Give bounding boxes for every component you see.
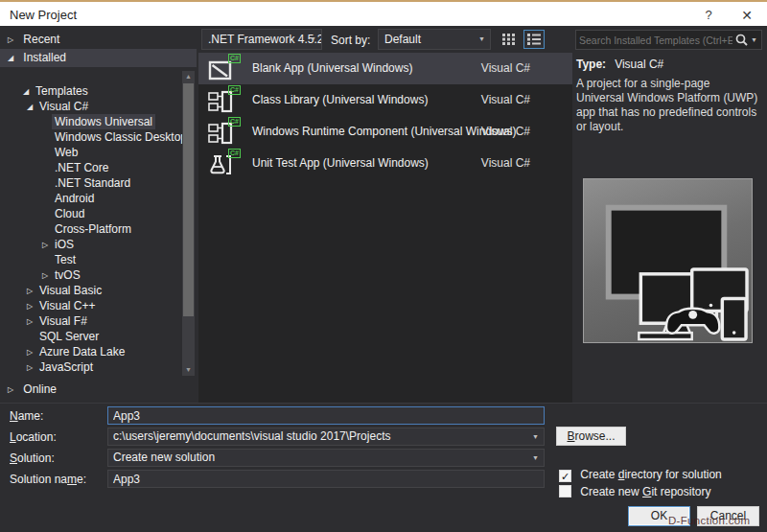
expanded-arrow-icon[interactable]: ◢ [23,84,35,100]
template-tree: ◢Templates◢Visual C#Windows UniversalWin… [0,83,180,375]
location-dropdown[interactable]: c:\users\jeremy\documents\visual studio … [107,428,545,446]
template-type-line: Type:Visual C# [576,58,663,71]
tree-item-android[interactable]: Android [0,191,180,206]
tree-item-label: Visual C# [39,100,88,113]
solution-value: Create new solution [113,451,215,464]
framework-dropdown[interactable]: .NET Framework 4.5.2 ▼ [201,29,322,50]
tree-item-templates[interactable]: ◢Templates [0,83,180,99]
template-name: Blank App (Universal Windows) [252,53,412,84]
chevron-down-icon[interactable]: ▼ [532,450,539,466]
csharp-badge-icon: C# [228,117,241,127]
tree-item-test[interactable]: Test [0,252,180,267]
create-git-checkbox[interactable] [559,485,571,497]
list-view-icon [527,34,541,45]
template-row-windows-runtime-component-universal-windows[interactable]: C#Windows Runtime Component (Universal W… [198,116,572,148]
tree-item-label: Templates [35,84,88,98]
search-input[interactable] [576,35,735,46]
tree-item-tvos[interactable]: ▷tvOS [0,267,180,283]
cancel-button[interactable]: Cancel [697,506,759,526]
csharp-badge-icon: C# [228,54,241,63]
csharp-badge-icon: C# [228,149,241,158]
chevron-down-icon[interactable]: ▼ [532,428,539,445]
solution-name-input[interactable] [107,470,545,488]
tree-item-visual-f[interactable]: ▷Visual F# [0,313,180,329]
help-icon[interactable]: ? [700,7,717,24]
solution-dropdown[interactable]: Create new solution ▼ [107,449,545,467]
tree-item-label: SQL Server [39,330,99,343]
new-project-dialog: New Project ? ✕ ▷ Recent ◢ Installed ◢Te… [0,0,767,532]
create-directory-option[interactable]: ✓ Create directory for solution [559,468,722,481]
tree-item-label: Windows Universal [52,114,155,129]
sort-by-label: Sort by: [331,34,370,47]
tree-item-ios[interactable]: ▷iOS [0,237,180,252]
csharp-badge-icon: C# [228,85,241,95]
ok-button[interactable]: OK [628,506,690,526]
scrollbar-thumb[interactable] [183,83,194,316]
collapsed-arrow-icon[interactable]: ▷ [27,314,39,330]
tree-item-net-standard[interactable]: .NET Standard [0,175,180,191]
sort-dropdown[interactable]: Default ▼ [378,29,491,50]
collapsed-arrow-icon[interactable]: ▷ [42,268,55,284]
tree-item-label: Visual C++ [39,299,95,312]
template-name: Unit Test App (Universal Windows) [252,148,429,179]
tree-item-azure-data-lake[interactable]: ▷Azure Data Lake [0,344,180,359]
sidebar-item-installed[interactable]: ◢ Installed [0,49,197,67]
blank-app-icon: C# [208,56,243,82]
tree-item-label: Azure Data Lake [39,345,125,359]
chevron-down-icon: ▼ [310,30,316,49]
sort-dropdown-value: Default [384,33,421,46]
tree-item-javascript[interactable]: ▷JavaScript [0,359,180,375]
expanded-arrow-icon[interactable]: ◢ [27,100,39,115]
scroll-down-icon[interactable]: ▼ [182,364,195,376]
chevron-down-icon: ▼ [478,30,485,49]
template-language: Visual C# [481,84,530,116]
collapsed-arrow-icon[interactable]: ▷ [27,299,39,314]
small-icons-view-button[interactable] [499,30,520,49]
create-directory-checkbox[interactable]: ✓ [559,470,571,482]
expanded-arrow-icon[interactable]: ◢ [8,49,20,67]
runtime-component-icon: C# [208,119,243,146]
tree-item-cross-platform[interactable]: Cross-Platform [0,221,180,237]
template-name: Windows Runtime Component (Universal Win… [252,116,516,148]
list-view-button[interactable] [523,30,545,49]
project-name-input[interactable] [107,406,545,425]
collapsed-arrow-icon[interactable]: ▷ [8,32,20,49]
collapsed-arrow-icon[interactable]: ▷ [27,345,39,360]
framework-dropdown-value: .NET Framework 4.5.2 [208,33,322,46]
tree-scrollbar[interactable]: ▲ ▼ [182,71,195,376]
tree-item-sql-server[interactable]: SQL Server [0,329,180,344]
tree-item-visual-c[interactable]: ◢Visual C# [0,99,180,114]
tree-item-net-core[interactable]: .NET Core [0,160,180,175]
location-label: Location: [10,430,57,444]
search-box[interactable]: ▼ [575,30,762,50]
collapsed-arrow-icon[interactable]: ▷ [27,360,39,376]
browse-button[interactable]: Browse... [556,427,626,446]
class-library-icon: C# [208,87,243,114]
tree-item-windows-universal[interactable]: Windows Universal [0,114,180,129]
tree-item-label: Windows Classic Desktop [55,130,187,144]
collapsed-arrow-icon[interactable]: ▷ [8,382,20,399]
type-value: Visual C# [615,58,663,71]
tree-item-visual-basic[interactable]: ▷Visual Basic [0,283,180,298]
search-icon[interactable] [735,34,748,46]
collapsed-arrow-icon[interactable]: ▷ [27,284,39,299]
tree-item-visual-c[interactable]: ▷Visual C++ [0,298,180,313]
template-name: Class Library (Universal Windows) [252,84,428,116]
tree-item-web[interactable]: Web [0,145,180,160]
tree-item-windows-classic-desktop[interactable]: Windows Classic Desktop [0,129,180,145]
unit-test-icon: C# [208,150,243,177]
sidebar-item-recent[interactable]: ▷ Recent [0,31,197,48]
tree-item-label: Android [55,192,94,205]
template-row-unit-test-app-universal-windows[interactable]: C#Unit Test App (Universal Windows)Visua… [198,148,572,179]
template-row-class-library-universal-windows[interactable]: C#Class Library (Universal Windows)Visua… [198,84,572,116]
dialog-title: New Project [10,8,77,22]
tree-item-label: Cloud [55,207,84,220]
sidebar-item-online[interactable]: ▷ Online [0,381,197,398]
collapsed-arrow-icon[interactable]: ▷ [42,238,55,253]
scroll-up-icon[interactable]: ▲ [182,71,195,82]
create-git-option[interactable]: Create new Git repository [559,485,710,498]
chevron-down-icon[interactable]: ▼ [751,36,757,43]
template-row-blank-app-universal-windows[interactable]: C#Blank App (Universal Windows)Visual C# [198,53,572,84]
tree-item-cloud[interactable]: Cloud [0,206,180,221]
close-icon[interactable]: ✕ [738,7,755,24]
